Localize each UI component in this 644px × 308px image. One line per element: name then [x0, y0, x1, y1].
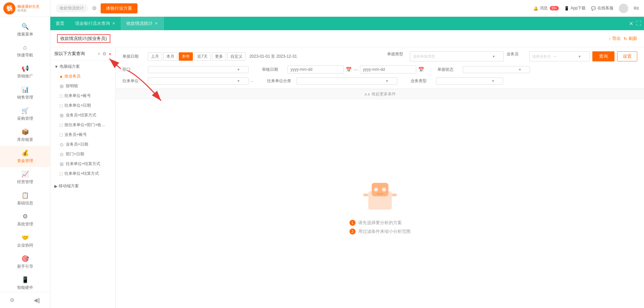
- tab-bank-close[interactable]: ✕: [112, 21, 115, 26]
- tree-item-salesperson-account[interactable]: □ 业务员+账号: [50, 130, 115, 140]
- user-name: Rit: [634, 6, 639, 11]
- trial-button[interactable]: 体验行业方案: [101, 3, 138, 13]
- date-more[interactable]: 更多: [212, 52, 226, 61]
- sidebar-item-enterprise[interactable]: 🤝 企业协同: [0, 230, 50, 252]
- page-header: 收款情况统计(按业务员) ↑ 导出 ↻ 刷新: [50, 30, 644, 47]
- sidebar-item-marketing[interactable]: 📢 营销推广: [0, 61, 50, 83]
- date-last-7[interactable]: 近7天: [194, 52, 211, 61]
- date-label: 单据日期: [122, 54, 143, 59]
- panel-settings-icon[interactable]: ⚙: [102, 51, 107, 56]
- sidebar-item-purchase[interactable]: 🛒 采购管理: [0, 104, 50, 125]
- refresh-icon: ↻: [624, 36, 627, 41]
- settings-button[interactable]: 设置: [617, 51, 637, 61]
- sidebar-item-basic[interactable]: 📋 基础信息: [0, 188, 50, 209]
- header-settings-icon[interactable]: ⚙: [92, 5, 97, 11]
- partner-select[interactable]: ▼: [148, 78, 249, 85]
- sidebar-item-inventory[interactable]: 📦 库存核算: [0, 125, 50, 146]
- tree-item-partner-payment2[interactable]: □ 往来单位+结算方式: [50, 169, 115, 178]
- partner-dots[interactable]: ···: [250, 79, 254, 84]
- notifications-button[interactable]: 🔔 消息 99+: [533, 5, 559, 11]
- partner-field-group: ▼ ···: [148, 78, 254, 85]
- biz-type-select[interactable]: ▼: [436, 78, 503, 85]
- refresh-button[interactable]: ↻ 刷新: [624, 36, 637, 42]
- filter-row-1: 单据日期 上月 本月 本年 近7天 更多 自定义 2023-01-01 至 20…: [122, 51, 637, 61]
- sidebar-item-hardware[interactable]: 📱 智能硬件: [0, 273, 50, 292]
- sidebar-item-operations[interactable]: 📈 经营管理: [0, 167, 50, 188]
- svg-point-2: [374, 188, 378, 192]
- tab-bar: 首页 现金银行流水查询 ✕ 收款情况统计 ✕ ✕ ⛶: [50, 17, 644, 30]
- tab-maximize-icon[interactable]: ⛶: [636, 20, 641, 27]
- dept-select[interactable]: ▼: [148, 66, 249, 73]
- user-avatar[interactable]: [619, 4, 628, 13]
- finance-icon: 💰: [21, 149, 29, 157]
- tree-item-by-detail[interactable]: ⊞ 按明细: [50, 81, 115, 91]
- tree-item-partner-dept[interactable]: □ 按往来单位+部门+收...: [50, 120, 115, 130]
- tree-item-partner-date[interactable]: □ 往来单位+日期: [50, 101, 115, 110]
- query-button[interactable]: 查询: [592, 51, 614, 61]
- date-this-year[interactable]: 本年: [179, 52, 193, 61]
- online-service-button[interactable]: 💬 在线客服: [591, 5, 613, 11]
- enterprise-icon: 🤝: [21, 234, 29, 241]
- sidebar-item-guide[interactable]: 🎯 新手引导: [0, 252, 50, 273]
- doc-status-select[interactable]: ▼: [463, 66, 530, 73]
- review-date-range: 📅 — 📅: [287, 65, 424, 73]
- tree-mobile-expand-icon: ▶: [54, 184, 57, 189]
- tree-item-by-salesperson[interactable]: ● 按业务员: [50, 71, 115, 81]
- date-last-month[interactable]: 上月: [148, 52, 162, 61]
- search-icon: 🔍: [21, 23, 29, 30]
- tab-bank[interactable]: 现金银行流水查询 ✕: [70, 17, 121, 30]
- top-header: 收款情况统计 ⚙ 体验行业方案 🔔 消息 99+ 📱 App下载 💬 在线客服: [50, 0, 644, 17]
- sidebar: 畅 畅捷通好生意 标准版 🔍 搜索菜单 ⌂ 快捷导航 📢 营销推广 📊 销售管理: [0, 0, 50, 308]
- sidebar-item-system[interactable]: ⚙ 系统管理: [0, 209, 50, 230]
- review-date-start[interactable]: [287, 65, 344, 73]
- tree-desktop-header[interactable]: ▼ 电脑端方案: [50, 62, 115, 71]
- system-icon: ⚙: [22, 213, 28, 220]
- sidebar-item-finance[interactable]: 💰 资金管理: [0, 146, 50, 167]
- partner-category-label: 往来单位分类: [267, 78, 291, 84]
- review-date-end[interactable]: [360, 65, 416, 73]
- tree-mobile-header[interactable]: ▶ 移动端方案: [50, 181, 115, 191]
- notifications-badge: 99+: [550, 6, 559, 10]
- collapse-bar[interactable]: ∧∧ 收起更多条件: [116, 89, 644, 99]
- tree-item-partner-payment1[interactable]: ⊞ 往来单位+结算方式: [50, 159, 115, 169]
- main-area: 收款情况统计 ⚙ 体验行业方案 🔔 消息 99+ 📱 App下载 💬 在线客服: [50, 0, 644, 308]
- tab-close-all-icon[interactable]: ✕: [629, 20, 633, 27]
- calendar-start-icon[interactable]: 📅: [346, 67, 352, 72]
- tab-bar-right: ✕ ⛶: [629, 20, 644, 27]
- date-range-display: 2023-01-01 至 2023-12-31: [250, 54, 297, 59]
- header-left: 收款情况统计 ⚙ 体验行业方案: [56, 3, 138, 13]
- tree-item-salesperson-payment[interactable]: ⊞ 业务员+结算方式: [50, 110, 115, 120]
- marketing-icon: 📢: [21, 65, 29, 72]
- partner-chevron: ▼: [237, 79, 240, 83]
- salesperson-more-icon: ···: [553, 54, 557, 59]
- export-button[interactable]: ↑ 导出: [609, 36, 621, 42]
- date-this-month[interactable]: 本月: [163, 52, 177, 61]
- bell-icon: 🔔: [533, 6, 538, 11]
- tree-item-dept-date[interactable]: ⊙ 部门+日期: [50, 149, 115, 159]
- tree-item-salesperson-date[interactable]: ⊙ 业务员+日期: [50, 140, 115, 149]
- tree-item-partner-account[interactable]: □ 往来单位+账号: [50, 91, 115, 101]
- tab-home[interactable]: 首页: [50, 17, 70, 30]
- biz-type-chevron: ▼: [491, 79, 495, 83]
- empty-illustration: [360, 173, 400, 213]
- app-download-button[interactable]: 📱 App下载: [564, 5, 586, 11]
- salesperson-select[interactable]: 选择业务员 ··· ▼: [529, 51, 590, 61]
- doc-type-select[interactable]: 选择单据类型 ▼: [410, 51, 504, 61]
- page-actions: ↑ 导出 ↻ 刷新: [609, 36, 638, 42]
- dept-date-icon: ⊙: [60, 152, 64, 157]
- home-icon: ⌂: [23, 44, 27, 51]
- sidebar-item-quick-nav[interactable]: ⌂ 快捷导航: [0, 41, 50, 61]
- calendar-end-icon[interactable]: 📅: [418, 67, 424, 72]
- sidebar-item-search[interactable]: 🔍 搜索菜单: [0, 19, 50, 41]
- panel-collapse-icon[interactable]: «: [109, 51, 111, 56]
- settings-footer-btn[interactable]: ⚙: [8, 296, 16, 305]
- collapse-sidebar-btn[interactable]: ◀‖: [32, 296, 42, 305]
- sidebar-item-sales[interactable]: 📊 销售管理: [0, 83, 50, 104]
- empty-state: 1 请先选择要分析的方案 2 用过滤条件来缩小分析范围: [116, 99, 644, 308]
- date-custom[interactable]: 自定义: [227, 52, 246, 61]
- partner-category-select[interactable]: ▼: [297, 78, 397, 85]
- panel-add-icon[interactable]: +: [98, 51, 100, 56]
- tab-collection-close[interactable]: ✕: [155, 21, 158, 26]
- tab-collection[interactable]: 收款情况统计 ✕: [121, 17, 164, 30]
- date-options-group: 上月 本月 本年 近7天 更多 自定义 2023-01-01 至 2023-12…: [148, 52, 297, 61]
